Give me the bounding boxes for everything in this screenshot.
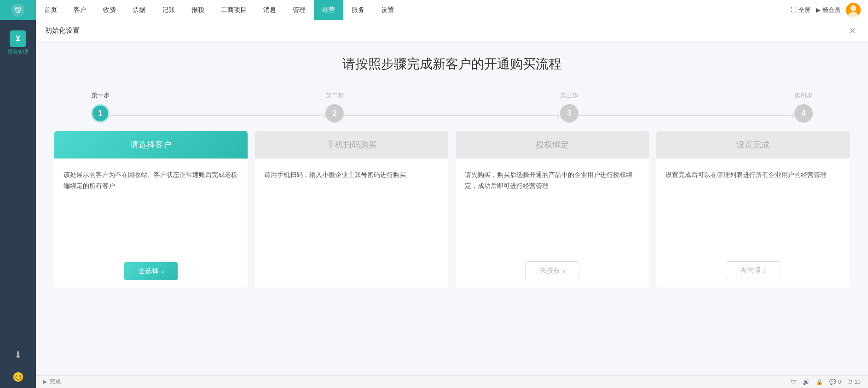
play-status-icon: ▶ [43,379,47,385]
step1-label: 第一步 [92,91,110,100]
step-col-3: 第三步 3 [560,91,579,123]
nav-fee[interactable]: 收费 [95,0,124,20]
avatar[interactable] [846,3,861,18]
go-manage-button[interactable]: 去管理 › [726,261,780,280]
vip-btn[interactable]: ▶ 畅会员 [816,6,840,14]
steps-page: 请按照步骤完成新客户的开通购买流程 第一步 1 › 第二步 2 [36,41,868,375]
nav-items: 首页 客户 收费 票据 记账 报税 工商项目 消息 管理 经营 服务 设置 [36,0,791,20]
status-label: 完成 [50,378,61,386]
step4-circle: 4 [794,104,813,123]
page-title: 初始化设置 [45,26,80,35]
steps-indicator: 第一步 1 › 第二步 2 › [54,91,850,123]
nav-tax[interactable]: 报税 [183,0,213,20]
svg-point-3 [851,5,856,12]
step3-circle: 3 [560,104,579,123]
top-nav: 飞 首页 客户 收费 票据 记账 报税 工商项目 消息 管理 经营 服务 设置 … [0,0,868,20]
connector-2-3: › [344,111,560,121]
cards-row: 请选择客户 该处展示的客户为不在回收站、客户状态正常建账后完成老板端绑定的所有客… [54,131,850,288]
go-auth-label: 去授权 [539,266,560,275]
nav-bill[interactable]: 票据 [124,0,154,20]
nav-service[interactable]: 服务 [343,0,373,20]
nav-account[interactable]: 记账 [154,0,183,20]
card1-header: 请选择客户 [54,131,248,159]
shield-icon: 🛡 [791,379,796,385]
card2-body: 请用手机扫码，输入小微企业主账号密码进行购买 [255,159,448,273]
nav-settings[interactable]: 设置 [373,0,402,20]
nav-biz[interactable]: 工商项目 [213,0,255,20]
nav-right: ⛶ 全屏 ▶ 畅会员 [791,3,868,18]
go-select-arrow: › [162,267,164,275]
layout: ¥ 经营管理 ⬇ 😊 初始化设置 ✕ 请按照步骤完成新客户的开通购买流程 第一步… [0,20,868,388]
main-content: 初始化设置 ✕ 请按照步骤完成新客户的开通购买流程 第一步 1 › [36,20,868,388]
play-icon: ▶ [816,6,821,13]
card2-footer [255,273,448,288]
message-count: 💬 0 [829,379,841,385]
volume-icon: 🔊 [803,379,810,385]
step-card-1: 请选择客户 该处展示的客户为不在回收站、客户状态正常建账后完成老板端绑定的所有客… [54,131,248,288]
fullscreen-label: 全屏 [799,6,810,14]
card4-header: 设置完成 [656,131,850,159]
support-icon: 😊 [12,371,24,382]
connector-3-4: › [579,111,794,121]
nav-ops[interactable]: 经营 [314,0,343,20]
nav-mgmt[interactable]: 管理 [284,0,314,20]
sidebar: ¥ 经营管理 ⬇ 😊 [0,20,36,388]
card4-body: 设置完成后可以在管理列表进行所有企业用户的经营管理 [656,159,850,254]
go-auth-button[interactable]: 去授权 › [525,261,579,280]
steps-main-title: 请按照步骤完成新客户的开通购买流程 [54,55,850,73]
go-manage-label: 去管理 [740,266,761,275]
go-manage-arrow: › [764,267,766,275]
lock-icon: 🔒 [816,379,823,385]
status-left: ▶ 完成 [43,378,61,386]
yen-icon: ¥ [10,30,26,47]
close-button[interactable]: ✕ [846,24,859,37]
svg-text:飞: 飞 [16,8,20,13]
card2-header: 手机扫码购买 [255,131,448,159]
fullscreen-icon: ⛶ [791,6,797,13]
breadcrumb-bar: 初始化设置 ✕ [36,20,868,41]
step-col-4: 第四步 4 [794,91,813,123]
step-col-2: 第二步 2 [325,91,344,123]
step4-label: 第四步 [794,91,812,100]
card1-footer: 去选择 › [54,255,248,288]
time-display: ⏱ 10 [847,379,861,385]
step1-circle: 1 [91,104,110,123]
step-card-2: 手机扫码购买 请用手机扫码，输入小微企业主账号密码进行购买 [255,131,448,288]
step-col-1: 第一步 1 [91,91,110,123]
download-icon: ⬇ [14,349,22,360]
step3-label: 第三步 [560,91,578,100]
step-card-4: 设置完成 设置完成后可以在管理列表进行所有企业用户的经营管理 去管理 › [656,131,850,288]
sidebar-item-ops[interactable]: ¥ 经营管理 [0,25,36,60]
card3-body: 请先购买，购买后选择开通的产品中的企业用户进行授权绑定，成功后即可进行经营管理 [456,159,649,254]
nav-msg[interactable]: 消息 [255,0,284,20]
go-auth-arrow: › [563,267,565,275]
card3-header: 授权绑定 [456,131,649,159]
fullscreen-btn[interactable]: ⛶ 全屏 [791,6,810,14]
go-select-button[interactable]: 去选择 › [124,262,178,280]
sidebar-item-download[interactable]: ⬇ [0,344,36,366]
sidebar-item-support[interactable]: 😊 [0,366,36,388]
connector-1-2: › [110,111,325,121]
go-select-label: 去选择 [138,267,159,276]
step2-circle: 2 [325,104,344,123]
sidebar-ops-label: 经营管理 [8,49,28,55]
vip-label: 畅会员 [822,6,840,14]
step-card-3: 授权绑定 请先购买，购买后选择开通的产品中的企业用户进行授权绑定，成功后即可进行… [456,131,649,288]
status-bar: ▶ 完成 🛡 🔊 🔒 💬 0 ⏱ 10 [36,375,868,388]
step2-label: 第二步 [326,91,344,100]
card4-footer: 去管理 › [656,254,850,288]
status-right: 🛡 🔊 🔒 💬 0 ⏱ 10 [791,379,861,385]
nav-customer[interactable]: 客户 [65,0,95,20]
card3-footer: 去授权 › [456,254,649,288]
nav-logo: 飞 [0,0,36,20]
card1-body: 该处展示的客户为不在回收站、客户状态正常建账后完成老板端绑定的所有客户 [54,159,248,255]
nav-home[interactable]: 首页 [36,0,65,20]
